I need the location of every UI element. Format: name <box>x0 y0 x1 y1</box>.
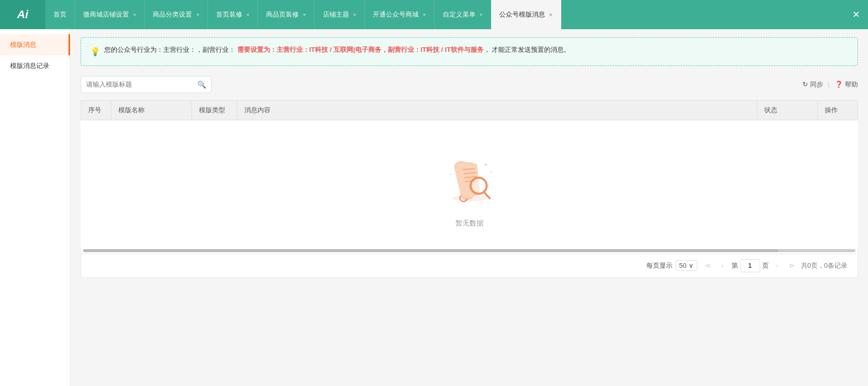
nav-tab-label: 开通公众号商城 <box>373 10 419 19</box>
data-table: 序号模版名称模版类型消息内容状态操作 <box>81 100 858 248</box>
info-banner: 💡 您的公众号行业为：主营行业：，副营行业： 需要设置为：主营行业：IT科技 /… <box>81 37 858 66</box>
nav-tab-open-mall[interactable]: 开通公众号商城× <box>365 0 434 29</box>
scroll-thumb <box>83 249 778 252</box>
sidebar-item-template-record[interactable]: 模版消息记录 <box>0 55 70 76</box>
nav-tab-category-settings[interactable]: 商品分类设置× <box>145 0 208 29</box>
page-size-label: 每页显示 <box>646 261 673 270</box>
banner-highlight: 需要设置为：主营行业：IT科技 / 互联网|电子商务，副营行业：IT科技 / I… <box>237 46 490 53</box>
col-header-status: 状态 <box>757 100 818 120</box>
help-icon: ❓ <box>835 81 843 88</box>
logo: Ai <box>0 0 45 29</box>
sync-button[interactable]: ↻ 同步 <box>803 80 823 89</box>
nav-tab-label: 商品分类设置 <box>153 10 192 19</box>
nav-tab-label: 商品页装修 <box>266 10 299 19</box>
first-page-button[interactable]: ⊲ <box>701 259 714 272</box>
sidebar: 模版消息模版消息记录 <box>0 29 71 386</box>
tab-close-button[interactable]: × <box>423 12 426 18</box>
nav-tab-label: 公众号模版消息 <box>499 10 545 19</box>
nav-tab-label: 首页装修 <box>216 10 242 19</box>
search-bar: 🔍 ↻ 同步 | ❓ 帮助 <box>81 76 858 93</box>
svg-text:✦: ✦ <box>484 162 488 168</box>
svg-text:✦: ✦ <box>490 170 493 174</box>
tab-close-button[interactable]: × <box>196 12 199 18</box>
banner-text: 您的公众号行业为：主营行业：，副营行业： 需要设置为：主营行业：IT科技 / 互… <box>104 45 570 55</box>
chevron-down-icon: ∨ <box>689 262 694 269</box>
content-area: 💡 您的公众号行业为：主营行业：，副营行业： 需要设置为：主营行业：IT科技 /… <box>71 29 868 386</box>
col-header-content: 消息内容 <box>237 100 757 120</box>
table-header: 序号模版名称模版类型消息内容状态操作 <box>81 100 858 120</box>
tab-close-button[interactable]: × <box>303 12 306 18</box>
nav-tab-shop-settings[interactable]: 微商城店铺设置× <box>75 0 145 29</box>
page-size-dropdown[interactable]: 50 ∨ <box>676 260 697 271</box>
nav-tab-label: 首页 <box>53 10 66 19</box>
page-nav: ⊲ ‹ 第 页 › ⊳ 共0页，0条记录 <box>701 259 847 272</box>
pagination: 每页显示 50 ∨ ⊲ ‹ 第 页 › ⊳ 共0页，0条记录 <box>81 254 858 278</box>
col-header-action: 操作 <box>818 100 858 120</box>
empty-text: 暂无数据 <box>455 219 484 228</box>
tab-close-button[interactable]: × <box>246 12 249 18</box>
page-total: 共0页，0条记录 <box>801 261 847 270</box>
empty-row: ✦ ✦ ✦ 暂无数据 <box>81 120 858 248</box>
top-nav: Ai 首页微商城店铺设置×商品分类设置×首页装修×商品页装修×店铺主题×开通公众… <box>0 0 868 29</box>
empty-illustration: ✦ ✦ ✦ <box>439 150 500 211</box>
svg-point-7 <box>472 179 485 192</box>
search-icon[interactable]: 🔍 <box>197 81 206 89</box>
nav-tab-store-theme[interactable]: 店铺主题× <box>315 0 365 29</box>
main-layout: 模版消息模版消息记录 💡 您的公众号行业为：主营行业：，副营行业： 需要设置为：… <box>0 29 868 386</box>
tab-close-button[interactable]: × <box>480 12 483 18</box>
bulb-icon: 💡 <box>90 45 100 58</box>
tab-close-button[interactable]: × <box>549 12 552 18</box>
search-actions: ↻ 同步 | ❓ 帮助 <box>803 80 858 89</box>
nav-tab-template-msg[interactable]: 公众号模版消息× <box>491 0 561 29</box>
page-word-prefix: 第 <box>731 261 738 270</box>
page-number-input[interactable] <box>740 259 760 272</box>
nav-tab-label: 自定义菜单 <box>443 10 476 19</box>
scroll-bar[interactable] <box>81 248 858 254</box>
col-header-index: 序号 <box>81 100 111 120</box>
next-page-button[interactable]: › <box>771 259 784 272</box>
table-header-row: 序号模版名称模版类型消息内容状态操作 <box>81 100 858 120</box>
empty-state: ✦ ✦ ✦ 暂无数据 <box>81 120 858 248</box>
page-size-select: 每页显示 50 ∨ <box>646 260 697 271</box>
divider: | <box>828 81 830 88</box>
nav-tab-label: 店铺主题 <box>323 10 349 19</box>
prev-page-button[interactable]: ‹ <box>716 259 729 272</box>
tab-close-button[interactable]: × <box>133 12 136 18</box>
nav-tab-home[interactable]: 首页 <box>45 0 75 29</box>
col-header-type: 模版类型 <box>192 100 237 120</box>
nav-tabs: 首页微商城店铺设置×商品分类设置×首页装修×商品页装修×店铺主题×开通公众号商城… <box>45 0 844 29</box>
nav-tab-product-decoration[interactable]: 商品页装修× <box>258 0 314 29</box>
tab-close-button[interactable]: × <box>353 12 356 18</box>
nav-tab-custom-menu[interactable]: 自定义菜单× <box>435 0 491 29</box>
table-body: ✦ ✦ ✦ 暂无数据 <box>81 120 858 248</box>
last-page-button[interactable]: ⊳ <box>786 259 799 272</box>
help-button[interactable]: ❓ 帮助 <box>835 80 858 89</box>
search-input-wrap: 🔍 <box>81 76 212 93</box>
nav-tab-label: 微商城店铺设置 <box>83 10 129 19</box>
svg-text:✦: ✦ <box>449 173 452 176</box>
sidebar-item-template-msg[interactable]: 模版消息 <box>0 34 70 55</box>
scroll-track <box>83 249 855 252</box>
search-input[interactable] <box>86 81 197 88</box>
nav-tab-home-decoration[interactable]: 首页装修× <box>208 0 258 29</box>
col-header-name: 模版名称 <box>111 100 192 120</box>
close-all-button[interactable]: ✕ <box>844 9 868 20</box>
page-word: 页 <box>762 261 769 270</box>
sync-icon: ↻ <box>803 81 808 88</box>
